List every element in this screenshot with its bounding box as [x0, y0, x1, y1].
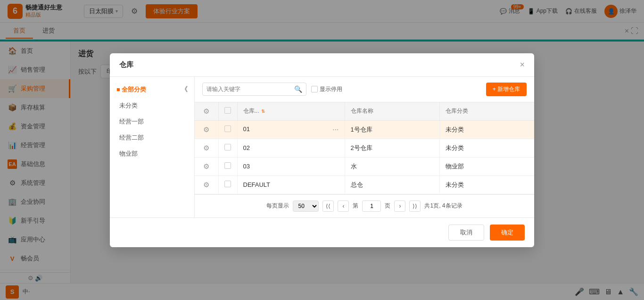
table-row: ⚙ 03 水 物业部: [195, 157, 534, 175]
row-gear-icon-2[interactable]: ⚙: [203, 144, 209, 152]
modal-close-button[interactable]: ×: [520, 60, 525, 70]
th-name: 仓库名称: [345, 102, 440, 121]
td-gear-1: ⚙: [195, 120, 218, 139]
category-all-header[interactable]: ■ 全部分类 《: [110, 82, 194, 98]
table-row: ⚙ 01··· 1号仓库 未分类: [195, 120, 534, 139]
warehouse-modal: 仓库 × ■ 全部分类 《 未分类 经营一部 经营二部 物业部: [110, 53, 534, 247]
td-name-4: 总仓: [345, 175, 440, 194]
per-page-select[interactable]: 50 10 20 100: [293, 200, 319, 212]
category-item-unclassified[interactable]: 未分类: [110, 98, 194, 114]
first-page-button[interactable]: ⟨⟨: [322, 200, 334, 212]
td-checkbox-4: [218, 175, 237, 194]
row-checkbox-2[interactable]: [224, 144, 231, 150]
modal-title: 仓库: [119, 60, 133, 69]
show-disabled-toggle[interactable]: 显示停用: [311, 85, 342, 93]
th-code: 仓库...⇅: [237, 102, 345, 121]
search-input[interactable]: [206, 86, 291, 92]
sort-code-icon: ⇅: [261, 108, 265, 114]
table-row: ⚙ DEFAULT 总仓 未分类: [195, 175, 534, 194]
row-gear-icon-1[interactable]: ⚙: [203, 125, 209, 133]
td-checkbox-1: [218, 120, 237, 139]
table-row: ⚙ 02 2号仓库 未分类: [195, 139, 534, 157]
td-checkbox-2: [218, 139, 237, 157]
th-checkbox: [218, 102, 237, 121]
row-gear-icon-3[interactable]: ⚙: [203, 162, 209, 170]
search-input-wrapper: 🔍: [202, 83, 306, 96]
td-code-2: 02: [237, 139, 345, 157]
row-checkbox-3[interactable]: [224, 162, 231, 169]
table-panel: 🔍 显示停用 + 新增仓库 ⚙: [195, 77, 534, 217]
td-code-1: 01···: [237, 120, 345, 139]
more-button-1[interactable]: ···: [332, 125, 339, 134]
prev-page-button[interactable]: ‹: [338, 200, 349, 212]
td-category-3: 物业部: [440, 157, 534, 175]
modal-footer: 取消 确定: [110, 217, 534, 247]
table-toolbar: 🔍 显示停用 + 新增仓库: [195, 77, 534, 102]
td-category-2: 未分类: [440, 139, 534, 157]
category-panel: ■ 全部分类 《 未分类 经营一部 经营二部 物业部: [110, 77, 195, 217]
th-category: 仓库分类: [440, 102, 534, 121]
row-gear-icon-4[interactable]: ⚙: [203, 181, 209, 189]
td-code-4: DEFAULT: [237, 175, 345, 194]
show-disabled-checkbox[interactable]: [311, 86, 318, 92]
category-all-label: ■ 全部分类: [116, 85, 146, 94]
td-category-4: 未分类: [440, 175, 534, 194]
td-name-3: 水: [345, 157, 440, 175]
gear-settings-icon[interactable]: ⚙: [203, 107, 209, 115]
td-name-2: 2号仓库: [345, 139, 440, 157]
cancel-button[interactable]: 取消: [448, 225, 484, 241]
warehouse-table: ⚙ 仓库...⇅ 仓库名称 仓库分类 ⚙ 01···: [195, 102, 534, 194]
pagination: 每页显示 50 10 20 100 ⟨⟨ ‹ 第 页 › ⟩⟩ 共1页, 4条记…: [195, 194, 534, 217]
td-name-1: 1号仓库: [345, 120, 440, 139]
row-checkbox-1[interactable]: [224, 125, 231, 132]
modal-body: ■ 全部分类 《 未分类 经营一部 经营二部 物业部 🔍: [110, 77, 534, 217]
per-page-label: 每页显示: [266, 202, 289, 210]
page-label: 第: [353, 202, 358, 210]
category-item-operation1[interactable]: 经营一部: [110, 114, 194, 130]
table-header-row: ⚙ 仓库...⇅ 仓库名称 仓库分类: [195, 102, 534, 121]
select-all-checkbox[interactable]: [224, 107, 231, 114]
page-number-input[interactable]: [362, 200, 381, 212]
table-head: ⚙ 仓库...⇅ 仓库名称 仓库分类: [195, 102, 534, 121]
td-gear-2: ⚙: [195, 139, 218, 157]
modal-overlay: 仓库 × ■ 全部分类 《 未分类 经营一部 经营二部 物业部: [0, 0, 644, 300]
category-item-operation2[interactable]: 经营二部: [110, 130, 194, 146]
td-category-1: 未分类: [440, 120, 534, 139]
next-page-button[interactable]: ›: [394, 200, 405, 212]
last-page-button[interactable]: ⟩⟩: [409, 200, 421, 212]
td-checkbox-3: [218, 157, 237, 175]
category-item-property[interactable]: 物业部: [110, 146, 194, 162]
show-disabled-label: 显示停用: [320, 85, 342, 93]
td-gear-3: ⚙: [195, 157, 218, 175]
total-info: 共1页, 4条记录: [424, 202, 462, 210]
td-gear-4: ⚙: [195, 175, 218, 194]
table-body: ⚙ 01··· 1号仓库 未分类 ⚙ 02 2号仓库: [195, 120, 534, 194]
data-table: ⚙ 仓库...⇅ 仓库名称 仓库分类 ⚙ 01···: [195, 102, 534, 194]
add-warehouse-button[interactable]: + 新增仓库: [486, 83, 527, 96]
modal-header: 仓库 ×: [110, 53, 534, 77]
th-gear: ⚙: [195, 102, 218, 121]
search-icon[interactable]: 🔍: [294, 85, 302, 93]
category-collapse-button[interactable]: 《: [181, 85, 188, 94]
row-checkbox-4[interactable]: [224, 181, 231, 187]
page-suffix: 页: [385, 202, 390, 210]
confirm-button[interactable]: 确定: [490, 225, 525, 241]
td-code-3: 03: [237, 157, 345, 175]
